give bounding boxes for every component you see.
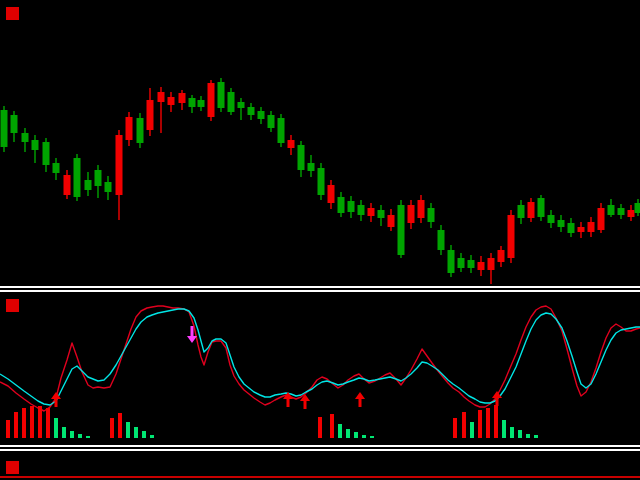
sell-signal-arrow-icon [187, 336, 197, 343]
subwindow-marker [6, 299, 19, 312]
oscillator-fast-cyan-line [0, 309, 640, 405]
bottom-border-line [0, 476, 640, 478]
pane-separator-line[interactable] [0, 449, 640, 451]
pane-separator-line[interactable] [0, 445, 640, 447]
momentum-histogram [6, 405, 538, 438]
trading-chart-window [0, 0, 640, 480]
buy-signal-arrow-icon [355, 392, 365, 399]
oscillator-slow-red-line [0, 306, 640, 411]
pane-separator-line[interactable] [0, 290, 640, 292]
chart-canvas[interactable] [0, 0, 640, 480]
subwindow-marker [6, 7, 19, 20]
subwindow-marker [6, 461, 19, 474]
price-candles [1, 78, 640, 284]
pane-separator-line[interactable] [0, 286, 640, 288]
